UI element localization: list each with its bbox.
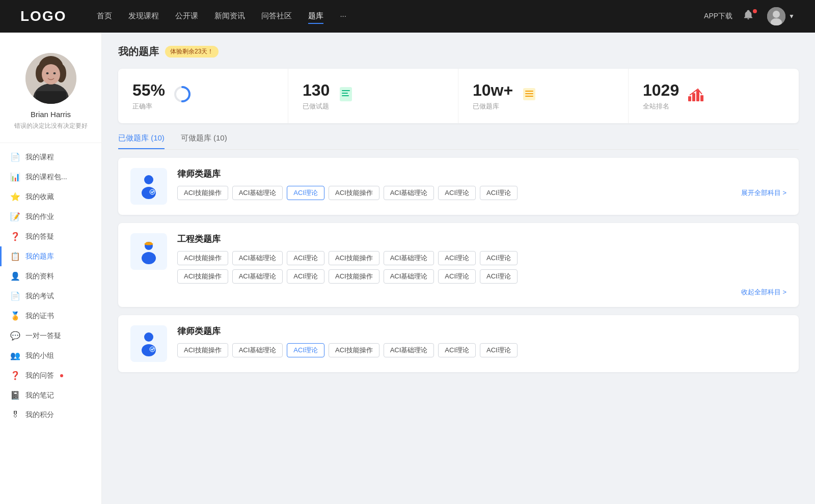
stat-ranking-value: 1029 全站排名 <box>643 81 679 111</box>
sidebar-item-questions[interactable]: ❓ 我的答疑 <box>0 227 101 246</box>
sidebar-label-exam: 我的考试 <box>25 292 54 301</box>
profile-icon: 👤 <box>10 271 20 281</box>
stat-done-questions-value: 130 已做试题 <box>303 81 330 111</box>
tag-2a-5[interactable]: ACI理论 <box>438 251 476 265</box>
stat-done-banks: 10w+ 已做题库 <box>458 69 629 123</box>
sidebar-item-1to1[interactable]: 💬 一对一答疑 <box>0 326 101 346</box>
navbar: LOGO 首页 发现课程 公开课 新闻资讯 问答社区 题库 ··· APP下载 … <box>0 0 815 33</box>
page-header: 我的题库 体验剩余23天！ <box>118 45 799 59</box>
notification-bell[interactable] <box>743 9 757 23</box>
tag-2b-3[interactable]: ACI技能操作 <box>329 269 379 284</box>
tag-2a-4[interactable]: ACI基础理论 <box>384 251 434 265</box>
notes-icon: 📓 <box>10 390 20 400</box>
avatar-dropdown-arrow[interactable]: ▼ <box>789 13 795 20</box>
done-banks-icon <box>521 86 537 106</box>
nav-quiz[interactable]: 题库 <box>308 9 323 24</box>
app-download-link[interactable]: APP下载 <box>704 12 732 21</box>
tag-3-2[interactable]: ACI理论 <box>287 343 324 357</box>
sidebar-label-packages: 我的课程包... <box>25 173 67 182</box>
tab-done[interactable]: 已做题库 (10) <box>118 133 165 149</box>
topic-header-3: 律师类题库 ACI技能操作 ACI基础理论 ACI理论 ACI技能操作 ACI基… <box>130 325 786 362</box>
sidebar-item-favorites[interactable]: ⭐ 我的收藏 <box>0 187 101 207</box>
tag-2a-1[interactable]: ACI基础理论 <box>232 251 283 265</box>
navbar-right: APP下载 ▼ <box>704 7 795 25</box>
svg-point-32 <box>142 252 156 264</box>
stat-accuracy-value: 55% 正确率 <box>132 81 165 111</box>
sidebar-item-quizbank[interactable]: 📋 我的题库 <box>0 246 101 266</box>
myqa-icon: ❓ <box>10 371 20 380</box>
sidebar-menu: 📄 我的课程 📊 我的课程包... ⭐ 我的收藏 📝 我的作业 ❓ 我的答疑 📋 <box>0 147 101 425</box>
tag-1-1[interactable]: ACI基础理论 <box>232 186 283 200</box>
collapse-link-2[interactable]: 收起全部科目 > <box>177 288 786 297</box>
topic-name-3: 律师类题库 <box>177 325 786 337</box>
tag-2b-4[interactable]: ACI基础理论 <box>384 269 434 284</box>
tag-1-3[interactable]: ACI技能操作 <box>329 186 379 200</box>
svg-rect-21 <box>525 93 533 94</box>
tag-2b-2[interactable]: ACI理论 <box>287 269 324 284</box>
topic-card-lawyer-2: 律师类题库 ACI技能操作 ACI基础理论 ACI理论 ACI技能操作 ACI基… <box>118 315 799 372</box>
topic-name-1: 律师类题库 <box>177 168 786 180</box>
tabs-row: 已做题库 (10) 可做题库 (10) <box>118 133 799 150</box>
tag-1-4[interactable]: ACI基础理论 <box>384 186 434 200</box>
sidebar-item-notes[interactable]: 📓 我的笔记 <box>0 385 101 405</box>
sidebar-item-points[interactable]: 🎖 我的积分 <box>0 405 101 425</box>
nav-menu: 首页 发现课程 公开课 新闻资讯 问答社区 题库 ··· <box>97 9 704 24</box>
tag-2a-6[interactable]: ACI理论 <box>480 251 518 265</box>
tag-3-6[interactable]: ACI理论 <box>480 343 518 357</box>
nav-discover[interactable]: 发现课程 <box>128 9 159 24</box>
nav-opencourse[interactable]: 公开课 <box>175 9 198 24</box>
nav-home[interactable]: 首页 <box>97 9 112 24</box>
sidebar-item-certificate[interactable]: 🏅 我的证书 <box>0 306 101 326</box>
svg-rect-17 <box>342 93 348 94</box>
svg-rect-18 <box>342 95 349 96</box>
tag-3-4[interactable]: ACI基础理论 <box>384 343 434 357</box>
nav-more[interactable]: ··· <box>340 9 346 24</box>
homework-icon: 📝 <box>10 212 20 221</box>
topic-icon-engineer <box>130 233 167 270</box>
page-title: 我的题库 <box>118 45 159 59</box>
tag-1-5[interactable]: ACI理论 <box>438 186 476 200</box>
main-layout: Brian Harris 错误的决定比没有决定要好 📄 我的课程 📊 我的课程包… <box>0 33 815 504</box>
tag-2b-0[interactable]: ACI技能操作 <box>177 269 228 284</box>
tag-3-1[interactable]: ACI基础理论 <box>232 343 283 357</box>
svg-point-11 <box>53 72 56 74</box>
tags-row-1: ACI技能操作 ACI基础理论 ACI理论 ACI技能操作 ACI基础理论 AC… <box>177 186 786 200</box>
svg-point-1 <box>773 11 780 18</box>
sidebar-item-exam[interactable]: 📄 我的考试 <box>0 286 101 306</box>
tag-1-2[interactable]: ACI理论 <box>287 186 324 200</box>
nav-qa[interactable]: 问答社区 <box>261 9 292 24</box>
tag-2a-0[interactable]: ACI技能操作 <box>177 251 228 265</box>
user-avatar-menu[interactable]: ▼ <box>767 7 795 25</box>
tag-3-5[interactable]: ACI理论 <box>438 343 476 357</box>
favorites-icon: ⭐ <box>10 192 20 202</box>
tag-3-0[interactable]: ACI技能操作 <box>177 343 228 357</box>
expand-link-1[interactable]: 展开全部科目 > <box>741 188 786 198</box>
sidebar-item-group[interactable]: 👥 我的小组 <box>0 346 101 366</box>
sidebar-label-quizbank: 我的题库 <box>25 252 54 261</box>
nav-news[interactable]: 新闻资讯 <box>214 9 245 24</box>
tag-3-3[interactable]: ACI技能操作 <box>329 343 379 357</box>
sidebar-label-group: 我的小组 <box>25 351 54 360</box>
sidebar-item-homework[interactable]: 📝 我的作业 <box>0 207 101 227</box>
tag-2a-3[interactable]: ACI技能操作 <box>329 251 379 265</box>
tag-1-6[interactable]: ACI理论 <box>480 186 518 200</box>
sidebar-item-profile[interactable]: 👤 我的资料 <box>0 266 101 286</box>
tag-2b-6[interactable]: ACI理论 <box>480 269 518 284</box>
tab-todo[interactable]: 可做题库 (10) <box>181 133 227 149</box>
svg-rect-24 <box>692 93 695 101</box>
tag-2b-5[interactable]: ACI理论 <box>438 269 476 284</box>
sidebar-item-myqa[interactable]: ❓ 我的问答 <box>0 366 101 385</box>
logo: LOGO <box>20 8 66 24</box>
stat-ranking: 1029 全站排名 <box>629 69 799 123</box>
questions-icon: ❓ <box>10 232 20 241</box>
tag-2a-2[interactable]: ACI理论 <box>287 251 324 265</box>
tag-1-0[interactable]: ACI技能操作 <box>177 186 228 200</box>
sidebar-item-course-packages[interactable]: 📊 我的课程包... <box>0 167 101 187</box>
tag-2b-1[interactable]: ACI基础理论 <box>232 269 283 284</box>
sidebar: Brian Harris 错误的决定比没有决定要好 📄 我的课程 📊 我的课程包… <box>0 33 102 504</box>
topic-header-2: 工程类题库 ACI技能操作 ACI基础理论 ACI理论 ACI技能操作 ACI基… <box>130 233 786 297</box>
profile-motto: 错误的决定比没有决定要好 <box>8 122 93 130</box>
sidebar-item-courses[interactable]: 📄 我的课程 <box>0 147 101 167</box>
sidebar-label-cert: 我的证书 <box>25 312 54 321</box>
svg-rect-15 <box>340 87 352 101</box>
